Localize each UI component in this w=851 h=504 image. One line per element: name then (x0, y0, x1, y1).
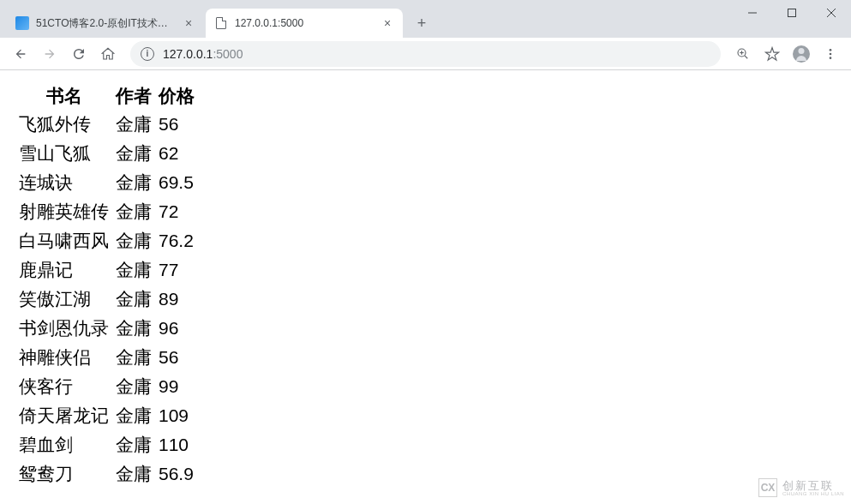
tab-active[interactable]: 127.0.0.1:5000 × (206, 9, 403, 38)
toolbar-right-icons (731, 42, 842, 66)
table-row: 鸳鸯刀金庸56.9 (15, 459, 198, 489)
menu-button[interactable] (818, 42, 842, 66)
table-row: 鹿鼎记金庸77 (15, 255, 198, 285)
avatar-icon (793, 45, 810, 63)
cell-title: 笑傲江湖 (15, 285, 112, 314)
cell-author: 金庸 (112, 197, 155, 226)
zoom-icon[interactable] (731, 42, 755, 66)
table-header-row: 书名 作者 价格 (15, 82, 198, 110)
window-controls (733, 0, 851, 29)
tab-inactive[interactable]: 51CTO博客2.0-原创IT技术文章分 × (7, 9, 204, 38)
watermark: CX 创新互联 CHUANG XIN HU LIAN (758, 478, 844, 497)
watermark-cn: 创新互联 (782, 480, 844, 491)
close-icon[interactable]: × (381, 16, 394, 30)
svg-point-8 (830, 49, 832, 51)
svg-line-5 (745, 55, 747, 57)
tab-title: 51CTO博客2.0-原创IT技术文章分 (36, 16, 177, 31)
tab-favicon-icon (15, 16, 29, 30)
col-header-title: 书名 (15, 82, 112, 110)
cell-price: 77 (155, 255, 198, 285)
cell-author: 金庸 (112, 110, 155, 139)
col-header-price: 价格 (155, 82, 198, 110)
browser-toolbar: i 127.0.0.1:5000 (0, 38, 851, 70)
cell-title: 侠客行 (15, 372, 112, 401)
svg-point-9 (830, 52, 832, 55)
cell-title: 鸳鸯刀 (15, 459, 112, 489)
cell-author: 金庸 (112, 226, 155, 255)
bookmark-icon[interactable] (760, 42, 784, 66)
cell-price: 99 (155, 372, 198, 401)
cell-title: 鹿鼎记 (15, 255, 112, 285)
table-row: 碧血剑金庸110 (15, 430, 198, 459)
forward-button[interactable] (38, 42, 62, 66)
table-row: 飞狐外传金庸56 (15, 110, 198, 139)
page-content: 书名 作者 价格 飞狐外传金庸56雪山飞狐金庸62连城诀金庸69.5射雕英雄传金… (0, 70, 851, 501)
browser-tab-strip: 51CTO博客2.0-原创IT技术文章分 × 127.0.0.1:5000 × … (0, 0, 851, 38)
cell-author: 金庸 (112, 255, 155, 285)
profile-button[interactable] (789, 42, 813, 66)
site-info-icon[interactable]: i (141, 47, 154, 61)
new-tab-button[interactable]: + (410, 11, 434, 35)
cell-price: 69.5 (155, 168, 198, 197)
cell-author: 金庸 (112, 430, 155, 459)
cell-title: 书剑恩仇录 (15, 314, 112, 343)
cell-price: 96 (155, 314, 198, 343)
cell-price: 72 (155, 197, 198, 226)
close-icon[interactable]: × (182, 16, 195, 30)
cell-title: 射雕英雄传 (15, 197, 112, 226)
cell-title: 碧血剑 (15, 430, 112, 459)
url-port: :5000 (213, 47, 243, 61)
cell-title: 倚天屠龙记 (15, 401, 112, 430)
cell-title: 神雕侠侣 (15, 343, 112, 372)
cell-title: 雪山飞狐 (15, 139, 112, 168)
table-row: 侠客行金庸99 (15, 372, 198, 401)
cell-author: 金庸 (112, 168, 155, 197)
watermark-en: CHUANG XIN HU LIAN (782, 491, 844, 496)
table-row: 雪山飞狐金庸62 (15, 139, 198, 168)
maximize-button[interactable] (772, 0, 812, 26)
table-row: 射雕英雄传金庸72 (15, 197, 198, 226)
table-row: 连城诀金庸69.5 (15, 168, 198, 197)
cell-price: 56.9 (155, 459, 198, 489)
back-button[interactable] (9, 42, 33, 66)
books-table: 书名 作者 价格 飞狐外传金庸56雪山飞狐金庸62连城诀金庸69.5射雕英雄传金… (15, 82, 198, 489)
home-button[interactable] (96, 42, 120, 66)
cell-price: 56 (155, 343, 198, 372)
cell-author: 金庸 (112, 372, 155, 401)
watermark-logo-icon: CX (758, 478, 777, 497)
cell-price: 89 (155, 285, 198, 314)
cell-author: 金庸 (112, 285, 155, 314)
cell-price: 56 (155, 110, 198, 139)
tab-favicon-icon (214, 16, 228, 30)
table-row: 笑傲江湖金庸89 (15, 285, 198, 314)
address-bar[interactable]: i 127.0.0.1:5000 (130, 41, 721, 67)
cell-price: 109 (155, 401, 198, 430)
table-row: 神雕侠侣金庸56 (15, 343, 198, 372)
cell-title: 连城诀 (15, 168, 112, 197)
col-header-author: 作者 (112, 82, 155, 110)
table-row: 倚天屠龙记金庸109 (15, 401, 198, 430)
cell-price: 110 (155, 430, 198, 459)
cell-title: 飞狐外传 (15, 110, 112, 139)
close-window-button[interactable] (812, 0, 851, 26)
cell-author: 金庸 (112, 343, 155, 372)
svg-rect-1 (788, 9, 796, 17)
table-row: 白马啸西风金庸76.2 (15, 226, 198, 255)
cell-price: 76.2 (155, 226, 198, 255)
reload-button[interactable] (67, 42, 91, 66)
cell-author: 金庸 (112, 139, 155, 168)
cell-title: 白马啸西风 (15, 226, 112, 255)
minimize-button[interactable] (733, 0, 772, 26)
cell-price: 62 (155, 139, 198, 168)
tab-title: 127.0.0.1:5000 (235, 17, 375, 29)
cell-author: 金庸 (112, 314, 155, 343)
svg-point-10 (830, 57, 832, 59)
cell-author: 金庸 (112, 401, 155, 430)
cell-author: 金庸 (112, 459, 155, 489)
url-host: 127.0.0.1 (163, 47, 213, 61)
table-row: 书剑恩仇录金庸96 (15, 314, 198, 343)
